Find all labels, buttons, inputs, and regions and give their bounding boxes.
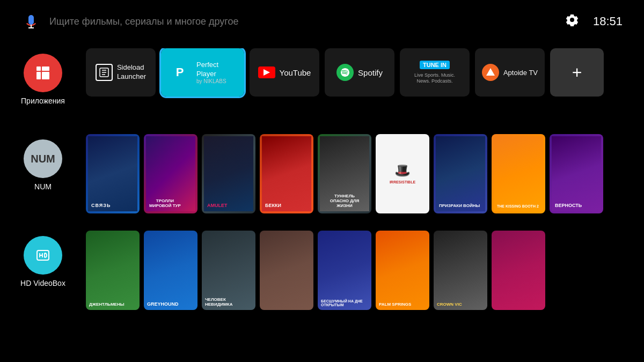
num-label: NUM — [34, 182, 52, 191]
app-perfect-player[interactable]: P Perfect Player by NIKLABS Perfect Play… — [161, 48, 244, 97]
movie2-poster-7: CROWN VIC — [434, 231, 487, 310]
app-aptoide[interactable]: Aptoide TV — [475, 48, 545, 97]
youtube-icon — [258, 67, 275, 78]
movie-poster-4: БЕККИ — [260, 134, 313, 213]
movie-card-svyaz[interactable]: СВЯЗЬ — [86, 134, 140, 213]
yt-content: YouTube — [252, 67, 318, 78]
movie-card-amulet[interactable]: AMULET — [202, 134, 255, 213]
app-sideload[interactable]: SideloadLauncher — [86, 48, 156, 97]
movie-card-vernost[interactable]: ВЕРНОСТЬ — [550, 134, 603, 213]
spotify-content: Spotify — [330, 64, 389, 81]
movie-poster-1: СВЯЗЬ — [86, 134, 140, 213]
hd-icon[interactable] — [24, 236, 62, 275]
spotify-icon — [336, 64, 354, 81]
num-left-icon: NUM NUM — [0, 134, 86, 191]
movies-row2-section: HD VideoBox ДЖЕНТЛЬМЕНЫ GREYHOUND ЧЕЛОВЕ… — [0, 225, 644, 315]
pp-logo: P — [169, 61, 191, 84]
sideload-text: SideloadLauncher — [117, 63, 146, 82]
movie2-invisible[interactable]: ЧЕЛОВЕК НЕВИДИМКА — [202, 231, 255, 310]
movie-card-ghosts[interactable]: ПРИЗРАКИ ВОЙНЫ — [434, 134, 487, 213]
spotify-label: Spotify — [358, 68, 383, 77]
movie-poster-3: AMULET — [202, 134, 255, 213]
app-tunein[interactable]: TUNE IN Live Sports. Music.News. Podcast… — [400, 48, 470, 97]
hd-left-icon: HD VideoBox — [0, 231, 86, 287]
apps-icon[interactable] — [24, 54, 62, 92]
pp-content: P Perfect Player by NIKLABS — [161, 61, 244, 85]
movie-poster-2: ТРОЛЛИМИРОВОЙ ТУР — [144, 134, 197, 213]
movie2-poster-6: PALM SPRINGS — [376, 231, 429, 310]
movies-scroll-2: ДЖЕНТЛЬМЕНЫ GREYHOUND ЧЕЛОВЕК НЕВИДИМКА … — [86, 231, 644, 310]
movie2-poster-1: ДЖЕНТЛЬМЕНЫ — [86, 231, 140, 310]
movie2-poster-8 — [492, 231, 545, 310]
sideload-content: SideloadLauncher — [89, 63, 152, 82]
aptoide-icon — [482, 64, 499, 81]
movie2-dark[interactable] — [492, 231, 545, 310]
tunein-badge: TUNE IN — [420, 61, 450, 69]
apps-label: Приложения — [21, 97, 65, 105]
aptoide-label: Aptoide TV — [503, 69, 538, 77]
add-icon: + — [572, 63, 582, 83]
app-spotify[interactable]: Spotify — [325, 48, 394, 97]
tunein-content: TUNE IN Live Sports. Music.News. Podcast… — [410, 61, 459, 84]
microphone-icon[interactable] — [21, 12, 41, 31]
movie2-poster-4 — [260, 231, 313, 310]
app-youtube[interactable]: YouTube — [250, 48, 319, 97]
movie-card-becky[interactable]: БЕККИ — [260, 134, 313, 213]
pp-text-block: Perfect Player by NIKLABS — [196, 61, 237, 85]
movie-poster-5: ТУННЕЛЬОПАСНО ДЛЯ ЖИЗНИ — [318, 134, 371, 213]
movies-row1-section: NUM NUM СВЯЗЬ ТРОЛЛИМИРОВОЙ ТУР AMULE — [0, 129, 644, 219]
app-add-button[interactable]: + — [550, 48, 604, 97]
num-icon[interactable]: NUM — [24, 139, 62, 178]
movie2-poster-5: БЕСШУМНЫЙ НА ДНЕ ОТКРЫТЫМ — [318, 231, 371, 310]
yt-play-icon — [264, 69, 270, 76]
sideload-icon — [96, 64, 113, 81]
movie2-poster-2: GREYHOUND — [144, 231, 197, 310]
movie2-unknown[interactable] — [260, 231, 313, 310]
clock: 18:51 — [593, 14, 623, 28]
movie2-gentlemen[interactable]: ДЖЕНТЛЬМЕНЫ — [86, 231, 140, 310]
header: 18:51 — [0, 0, 644, 43]
settings-icon[interactable] — [564, 13, 580, 29]
movies-scroll-1: СВЯЗЬ ТРОЛЛИМИРОВОЙ ТУР AMULET — [86, 134, 644, 213]
movie2-crown-vic[interactable]: CROWN VIC — [434, 231, 487, 310]
movie2-poster-3: ЧЕЛОВЕК НЕВИДИМКА — [202, 231, 255, 310]
movie-poster-irresistible: 🎩 IRRESISTIBLE — [376, 134, 429, 213]
aptoide-content: Aptoide TV — [477, 64, 543, 81]
movie-poster-7: ПРИЗРАКИ ВОЙНЫ — [434, 134, 487, 213]
svg-rect-11 — [45, 75, 49, 79]
movie-card-tunnel[interactable]: ТУННЕЛЬОПАСНО ДЛЯ ЖИЗНИ — [318, 134, 371, 213]
movie-card-kissing-booth[interactable]: THE KISSING BOOTH 2 — [492, 134, 545, 213]
hd-label: HD VideoBox — [20, 279, 65, 287]
movie2-greyhound[interactable]: GREYHOUND — [144, 231, 197, 310]
irresistible-title: IRRESISTIBLE — [390, 180, 415, 184]
pp-title: Perfect Player — [196, 61, 237, 79]
uncle-sam-icon: 🎩 — [394, 163, 411, 178]
yt-label: YouTube — [280, 68, 311, 77]
movie2-silent[interactable]: БЕСШУМНЫЙ НА ДНЕ ОТКРЫТЫМ — [318, 231, 371, 310]
svg-rect-9 — [36, 75, 41, 79]
apps-section-row: Приложения SideloadLauncher P Perfect Pl… — [0, 43, 644, 118]
svg-rect-3 — [36, 67, 41, 71]
movie-poster-9: ВЕРНОСТЬ — [550, 134, 603, 213]
apps-scroll: SideloadLauncher P Perfect Player by NIK… — [86, 48, 644, 113]
svg-rect-5 — [45, 67, 49, 71]
movie-card-trolls[interactable]: ТРОЛЛИМИРОВОЙ ТУР — [144, 134, 197, 213]
pp-subtitle: by NIKLABS — [196, 78, 237, 84]
movie-card-irresistible[interactable]: 🎩 IRRESISTIBLE — [376, 134, 429, 213]
movie-poster-8: THE KISSING BOOTH 2 — [492, 134, 545, 213]
search-input[interactable] — [49, 16, 564, 27]
header-right: 18:51 — [564, 13, 623, 29]
movie2-palm-springs[interactable]: PALM SPRINGS — [376, 231, 429, 310]
apps-left-icon: Приложения — [0, 48, 86, 105]
